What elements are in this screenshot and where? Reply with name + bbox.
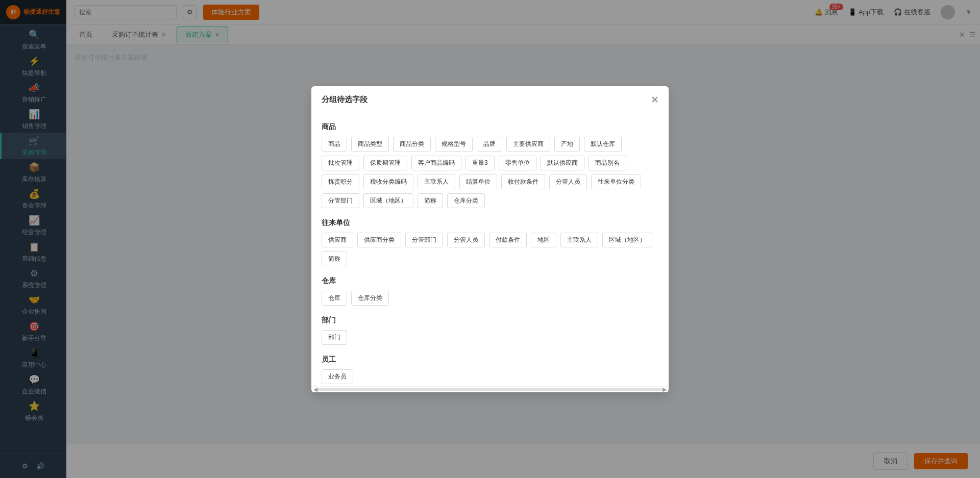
modal-overlay: 分组待选字段 ✕ 商品商品商品类型商品分类规格型号品牌主要供应商产地默认仓库批次… (0, 0, 980, 478)
field-tag-主联系人[interactable]: 主联系人 (560, 233, 598, 247)
field-tag-仓库分类[interactable]: 仓库分类 (351, 291, 389, 306)
field-tag-结算单位[interactable]: 结算单位 (459, 174, 497, 189)
field-tag-供应商[interactable]: 供应商 (322, 233, 353, 247)
field-section-title-product: 商品 (322, 122, 658, 132)
field-tag-税收分类编码[interactable]: 税收分类编码 (363, 174, 413, 189)
field-tag-分管部门[interactable]: 分管部门 (322, 193, 359, 208)
field-tag-地区[interactable]: 地区 (531, 233, 556, 247)
modal: 分组待选字段 ✕ 商品商品商品类型商品分类规格型号品牌主要供应商产地默认仓库批次… (311, 86, 669, 392)
scroll-right-arrow[interactable]: ▶ (663, 386, 667, 393)
hscroll-track[interactable] (317, 388, 663, 391)
field-section-product: 商品商品商品类型商品分类规格型号品牌主要供应商产地默认仓库批次管理保质期管理客户… (322, 122, 658, 208)
field-tag-仓库分类[interactable]: 仓库分类 (447, 193, 485, 208)
modal-horizontal-scrollbar[interactable]: ◀ ▶ (311, 386, 669, 392)
field-tag-客户商品编码[interactable]: 客户商品编码 (411, 156, 461, 170)
field-tag-保质期管理[interactable]: 保质期管理 (363, 156, 407, 170)
field-tag-默认供应商[interactable]: 默认供应商 (541, 156, 584, 170)
field-section-warehouse: 仓库仓库仓库分类 (322, 276, 658, 306)
field-tag-简称[interactable]: 简称 (322, 251, 347, 266)
field-tags-partner: 供应商供应商分类分管部门分管人员付款条件地区主联系人区域（地区）简称 (322, 233, 658, 266)
field-tag-业务员[interactable]: 业务员 (322, 369, 353, 384)
modal-title: 分组待选字段 (322, 95, 368, 105)
field-tag-默认仓库[interactable]: 默认仓库 (584, 137, 622, 152)
field-tags-employee: 业务员 (322, 369, 658, 384)
field-tag-产地[interactable]: 产地 (554, 137, 580, 152)
field-section-title-partner: 往来单位 (322, 218, 658, 228)
field-tag-付款条件[interactable]: 付款条件 (489, 233, 527, 247)
field-tag-主联系人[interactable]: 主联系人 (418, 174, 455, 189)
field-tags-department: 部门 (322, 330, 658, 345)
field-tag-商品类型[interactable]: 商品类型 (351, 137, 389, 152)
field-section-title-department: 部门 (322, 316, 658, 325)
field-tag-分管部门[interactable]: 分管部门 (405, 233, 443, 247)
field-section-partner: 往来单位供应商供应商分类分管部门分管人员付款条件地区主联系人区域（地区）简称 (322, 218, 658, 266)
field-tag-仓库[interactable]: 仓库 (322, 291, 347, 306)
field-tag-主要供应商[interactable]: 主要供应商 (506, 137, 550, 152)
field-tag-收付款条件[interactable]: 收付款条件 (501, 174, 545, 189)
modal-header: 分组待选字段 ✕ (311, 86, 669, 114)
field-tag-拣货积分[interactable]: 拣货积分 (322, 174, 359, 189)
field-section-title-employee: 员工 (322, 355, 658, 364)
field-tag-商品别名[interactable]: 商品别名 (589, 156, 626, 170)
field-tag-分管人员[interactable]: 分管人员 (447, 233, 485, 247)
field-section-employee: 员工业务员 (322, 355, 658, 384)
field-section-title-warehouse: 仓库 (322, 276, 658, 286)
field-tag-供应商分类[interactable]: 供应商分类 (357, 233, 401, 247)
field-tag-区域（地区）[interactable]: 区域（地区） (363, 193, 413, 208)
modal-body[interactable]: 商品商品商品类型商品分类规格型号品牌主要供应商产地默认仓库批次管理保质期管理客户… (311, 114, 669, 386)
field-tags-warehouse: 仓库仓库分类 (322, 291, 658, 306)
field-tag-简称[interactable]: 简称 (418, 193, 443, 208)
field-tags-product: 商品商品类型商品分类规格型号品牌主要供应商产地默认仓库批次管理保质期管理客户商品… (322, 137, 658, 208)
field-tag-零售单位[interactable]: 零售单位 (499, 156, 536, 170)
scroll-left-arrow[interactable]: ◀ (313, 386, 317, 393)
modal-close-button[interactable]: ✕ (651, 94, 658, 106)
field-tag-商品[interactable]: 商品 (322, 137, 347, 152)
field-tag-区域（地区）[interactable]: 区域（地区） (602, 233, 652, 247)
field-tag-部门[interactable]: 部门 (322, 330, 347, 345)
field-tag-规格型号[interactable]: 规格型号 (435, 137, 473, 152)
field-section-department: 部门部门 (322, 316, 658, 345)
field-tag-品牌[interactable]: 品牌 (477, 137, 502, 152)
field-tag-分管人员[interactable]: 分管人员 (549, 174, 587, 189)
field-tag-商品分类[interactable]: 商品分类 (393, 137, 431, 152)
field-tag-往来单位分类[interactable]: 往来单位分类 (591, 174, 641, 189)
field-tag-重量3[interactable]: 重量3 (465, 156, 495, 170)
field-tag-批次管理[interactable]: 批次管理 (322, 156, 359, 170)
